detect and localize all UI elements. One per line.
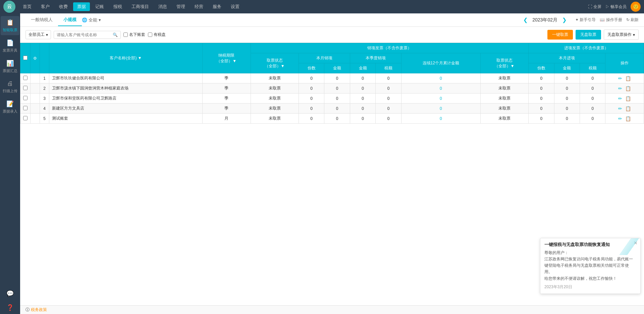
sidebar-item-help[interactable]: ❓ [1, 301, 19, 314]
notification-close-btn[interactable]: ✕ [634, 240, 638, 246]
edit-icon[interactable]: ✏ [618, 76, 622, 81]
col-purchase-status-header[interactable]: 取票状态（全部）▼ [480, 53, 528, 73]
edit-icon[interactable]: ✏ [618, 96, 622, 101]
row-sale-12m-amount: 0 [401, 83, 480, 93]
date-next-btn[interactable]: ❯ [560, 16, 569, 24]
col-index-header [40, 43, 49, 73]
row-period: 季 [203, 104, 251, 114]
nav-service[interactable]: 服务 [209, 2, 225, 11]
row-checkbox[interactable] [20, 83, 31, 93]
nav-bookkeeping[interactable]: 记账 [91, 2, 108, 11]
nav-manage[interactable]: 管理 [172, 2, 189, 11]
sidebar-item-summary[interactable]: 📊 票据汇总 [1, 57, 19, 76]
tab-all[interactable]: 🌐 全能 ▾ [82, 17, 101, 23]
one-click-fetch-button[interactable]: 一键取票 [547, 30, 573, 40]
nav-business[interactable]: 工商项目 [127, 2, 153, 11]
sidebar-item-feedback[interactable]: 💬 [1, 287, 19, 300]
tab-small-scale[interactable]: 小规模 [58, 14, 82, 26]
col-period-header[interactable]: 纳税期限（全部）▼ [203, 43, 251, 73]
tab-general-taxpayer[interactable]: 一般纳税人 [25, 14, 58, 26]
manual-btn[interactable]: 📖 操作手册 [600, 17, 622, 23]
detail-icon[interactable]: 📋 [625, 86, 631, 91]
search-icon[interactable]: 🔍 [113, 33, 118, 37]
sidebar-item-smart-fetch[interactable]: 📋 智能取票 [1, 16, 19, 35]
checkbox-myaccount[interactable]: 名下账套 [123, 32, 145, 38]
notification-body: 尊敬的用户： 江苏政务网已恢复访问电子税务局功能，易代账一键登陆电子税务局与无盘… [544, 250, 636, 290]
nav-settings[interactable]: 设置 [227, 2, 244, 11]
nav-items: 首页 客户 收费 票据 记账 报税 工商项目 消息 管理 经营 服务 设置 [19, 2, 588, 11]
nav-billing[interactable]: 收费 [55, 2, 72, 11]
sidebar-item-entry[interactable]: 📝 票据录入 [1, 98, 19, 117]
row-checkbox[interactable] [20, 114, 31, 124]
col-sale-quarter-amount: 金额 [350, 63, 375, 73]
row-checkbox[interactable] [20, 104, 31, 114]
row-checkbox[interactable] [20, 93, 31, 104]
row-name[interactable]: 卫辉市保和堂医药有限公司卫辉路店 [49, 93, 203, 104]
col-sale-month-amount: 金额 [324, 63, 350, 73]
more-operations-icon: ▾ [633, 33, 635, 37]
col-checkbox-header [20, 43, 31, 73]
edit-icon[interactable]: ✏ [618, 86, 622, 91]
more-operations-button[interactable]: 无盘取票操作 ▾ [604, 29, 639, 40]
date-prev-btn[interactable]: ❮ [521, 16, 530, 24]
edit-icon[interactable]: ✏ [618, 106, 622, 111]
detail-icon[interactable]: 📋 [625, 76, 631, 81]
employee-select[interactable]: 全部员工 ▾ [25, 30, 51, 39]
row-sale-quarter-tax: 0 [376, 83, 401, 93]
select-all-checkbox[interactable] [23, 56, 28, 60]
col-name-header[interactable]: 客户名称(全部) ▼ [49, 43, 203, 73]
summary-icon: 📊 [6, 60, 14, 67]
notification-panel: ✕ 一键报税与无盘取票功能恢复通知 尊敬的用户： 江苏政务网已恢复访问电子税务局… [540, 238, 641, 294]
col-sale-12m-header: 连续12个月累计金额 [401, 53, 480, 73]
row-name[interactable]: 卫辉市汲水镇下园涧曾涧营木种植家庭农场 [49, 83, 203, 93]
fullscreen-btn[interactable]: ⛶ 全屏 [588, 4, 601, 10]
myaccount-checkbox[interactable] [123, 33, 128, 37]
row-sale-month-amount: 0 [324, 93, 350, 104]
row-sale-month-amount: 0 [324, 114, 350, 124]
detail-icon[interactable]: 📋 [625, 96, 631, 101]
row-purchase-amount: 0 [554, 114, 580, 124]
taxdisk-checkbox[interactable] [148, 33, 152, 37]
nav-home[interactable]: 首页 [19, 2, 36, 11]
row-sale-month-count: 0 [299, 114, 324, 124]
row-sale-12m-amount: 0 [401, 93, 480, 104]
sidebar-item-issue[interactable]: 📄 发票开具 [1, 37, 19, 56]
row-purchase-tax: 0 [580, 104, 605, 114]
detail-icon[interactable]: 📋 [625, 116, 631, 121]
checkbox-taxdisk[interactable]: 有税盘 [148, 32, 166, 38]
detail-icon[interactable]: 📋 [625, 106, 631, 111]
nav-invoice[interactable]: 票据 [73, 2, 90, 11]
row-sale-month-count: 0 [299, 104, 324, 114]
sidebar-item-scan[interactable]: 🖨 扫描上传 [1, 77, 19, 96]
nav-client[interactable]: 客户 [37, 2, 54, 11]
nav-message[interactable]: 消息 [154, 2, 171, 11]
row-sale-quarter-tax: 0 [376, 104, 401, 114]
row-sale-status: 未取票 [251, 83, 299, 93]
row-period: 季 [203, 83, 251, 93]
issue-icon: 📄 [6, 39, 14, 47]
row-checkbox[interactable] [20, 73, 31, 83]
row-sale-month-count: 0 [299, 73, 324, 83]
table-body: 1 卫辉市玖玖健合医药有限公司 季 未取票 0 0 0 0 0 未取票 0 0 … [20, 73, 644, 124]
row-name[interactable]: 卫辉市玖玖健合医药有限公司 [49, 73, 203, 83]
col-sale-status-header[interactable]: 取票状态（全部）▼ [251, 53, 299, 73]
nav-tax[interactable]: 报税 [109, 2, 126, 11]
nav-operation[interactable]: 经营 [191, 2, 207, 11]
refresh-btn[interactable]: ↻ 刷新 [626, 17, 639, 23]
guide-btn[interactable]: ✦ 新手引导 [575, 17, 596, 23]
tab-all-dropdown: ▾ [99, 17, 101, 22]
no-disk-fetch-button[interactable]: 无盘取票 [576, 30, 601, 40]
edit-icon[interactable]: ✏ [618, 116, 622, 121]
search-input[interactable] [57, 33, 111, 37]
table-row: 3 卫辉市保和堂医药有限公司卫辉路店 季 未取票 0 0 0 0 0 未取票 0… [20, 93, 644, 104]
vip-btn[interactable]: ▷ 畅享会员 [605, 4, 627, 10]
tax-policy-link[interactable]: 税务政策 [31, 307, 47, 313]
user-avatar[interactable]: 🙂 [631, 2, 641, 12]
tab-all-icon: 🌐 [82, 17, 87, 22]
myaccount-label: 名下账套 [129, 32, 145, 38]
row-name[interactable]: 测试账套 [49, 114, 203, 124]
help-icon: ❓ [6, 304, 14, 311]
notification-date: 2023年3月20日 [544, 284, 636, 290]
row-name[interactable]: 新建区方方文具店 [49, 104, 203, 114]
table-row: 4 新建区方方文具店 季 未取票 0 0 0 0 0 未取票 0 0 0 ✏ 📋 [20, 104, 644, 114]
